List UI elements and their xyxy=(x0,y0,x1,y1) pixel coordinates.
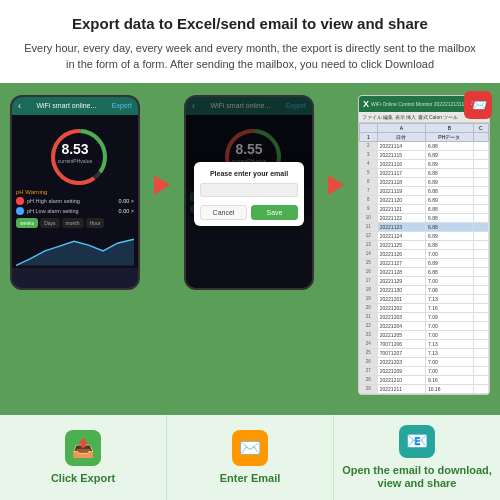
step2-icon: ✉️ xyxy=(232,430,268,466)
excel-cell-date: 20221125 xyxy=(377,240,425,249)
table-row: 22202212047.00 xyxy=(360,321,489,330)
excel-cell-extra xyxy=(473,366,488,375)
excel-row-number: 10 xyxy=(360,213,378,222)
table-row: 28202212109.16 xyxy=(360,375,489,384)
forward-arrow-icon xyxy=(154,175,170,195)
chart-area xyxy=(16,231,134,266)
table-row: 23202212057.00 xyxy=(360,330,489,339)
email-input-field[interactable] xyxy=(200,183,298,197)
excel-cell-date: 20221210 xyxy=(377,375,425,384)
excel-cell-ph: 6.88 xyxy=(425,186,473,195)
step2-card: ✉️ Enter Email xyxy=(167,415,334,500)
excel-cell-ph: 7.00 xyxy=(425,330,473,339)
excel-cell-date: 20221204 xyxy=(377,321,425,330)
excel-cell-date: 20221202 xyxy=(377,303,425,312)
excel-cell-date: 70071207 xyxy=(377,348,425,357)
table-row: 20202212027.16 xyxy=(360,303,489,312)
excel-row-number: 3 xyxy=(360,150,378,159)
dialog-buttons: Cancel Save xyxy=(200,205,298,220)
table-row: 4202211166.89 xyxy=(360,159,489,168)
excel-row-number: 5 xyxy=(360,168,378,177)
main-container: Export data to Excel/send email to view … xyxy=(0,0,500,500)
excel-table: A B C 1 日付 PHデータ 2202211146.883202211156… xyxy=(359,123,489,394)
excel-cell-date: 20221120 xyxy=(377,195,425,204)
excel-cell-date: 20221116 xyxy=(377,159,425,168)
phone1-title: WiFi smart online... xyxy=(36,102,96,109)
excel-cell-date: 20221209 xyxy=(377,366,425,375)
email-icon-badge: 📨 xyxy=(464,91,492,119)
excel-cell-ph: 7.09 xyxy=(425,312,473,321)
phone1-export-btn[interactable]: Export xyxy=(112,102,132,109)
excel-cell-ph: 10.16 xyxy=(425,384,473,393)
excel-cell-ph: 7.16 xyxy=(425,303,473,312)
table-row: 27202212097.00 xyxy=(360,366,489,375)
excel-col-b: B xyxy=(425,123,473,132)
step1-icon: 📤 xyxy=(65,430,101,466)
email-dialog: Please enter your email Cancel Save xyxy=(194,162,304,226)
step2-label: Enter Email xyxy=(220,472,281,485)
excel-cell-extra xyxy=(473,384,488,393)
tab-hour[interactable]: Hour xyxy=(86,218,105,228)
table-row: 3202211156.89 xyxy=(360,150,489,159)
excel-cell-ph: 6.88 xyxy=(425,204,473,213)
main-title: Export data to Excel/send email to view … xyxy=(20,14,480,34)
tab-days[interactable]: Days xyxy=(40,218,59,228)
cancel-button[interactable]: Cancel xyxy=(200,205,247,220)
excel-row-header: 1 xyxy=(360,132,378,141)
excel-colheader-c xyxy=(473,132,488,141)
excel-row-number: 4 xyxy=(360,159,378,168)
excel-mockup: X WiFi Online Control Monitor 2022212131… xyxy=(358,95,490,395)
table-row: 6202211186.89 xyxy=(360,177,489,186)
excel-row-number: 15 xyxy=(360,258,378,267)
excel-cell-extra xyxy=(473,159,488,168)
excel-cell-extra xyxy=(473,276,488,285)
tab-month[interactable]: month xyxy=(62,218,84,228)
excel-cell-date: 20221203 xyxy=(377,357,425,366)
excel-row-number: 9 xyxy=(360,204,378,213)
excel-cell-ph: 7.06 xyxy=(425,285,473,294)
excel-cell-extra xyxy=(473,150,488,159)
excel-cell-date: 20221127 xyxy=(377,258,425,267)
alarm-high-dot xyxy=(16,197,24,205)
excel-cell-date: 20221117 xyxy=(377,168,425,177)
save-button[interactable]: Save xyxy=(251,205,298,220)
tab-weeks[interactable]: weeks xyxy=(16,218,38,228)
excel-row-number: 22 xyxy=(360,321,378,330)
alarm-low-dot xyxy=(16,207,24,215)
excel-cell-ph: 7.13 xyxy=(425,348,473,357)
excel-col-c: C xyxy=(473,123,488,132)
table-row: 8202211206.89 xyxy=(360,195,489,204)
excel-col-a: A xyxy=(377,123,425,132)
excel-cell-date: 70071206 xyxy=(377,339,425,348)
excel-cell-ph: 6.89 xyxy=(425,258,473,267)
excel-cell-extra xyxy=(473,249,488,258)
excel-row-number: 25 xyxy=(360,348,378,357)
table-row: 13202211256.88 xyxy=(360,240,489,249)
phone1-gauge-label: currentPHvalue xyxy=(58,158,92,164)
excel-cell-extra xyxy=(473,213,488,222)
excel-row-number: 21 xyxy=(360,312,378,321)
excel-cell-date: 20221123 xyxy=(377,222,425,231)
excel-cell-extra xyxy=(473,195,488,204)
email-icon: 📨 xyxy=(470,97,487,113)
excel-cell-date: 20221201 xyxy=(377,294,425,303)
alarm-high-row: pH High alarm setting 0.00 > xyxy=(16,197,134,205)
excel-cell-ph: 6.89 xyxy=(425,177,473,186)
excel-row-number: 28 xyxy=(360,375,378,384)
excel-cell-extra xyxy=(473,186,488,195)
excel-cell-ph: 7.00 xyxy=(425,276,473,285)
table-row: 14202211267.00 xyxy=(360,249,489,258)
excel-row-number: 2 xyxy=(360,141,378,150)
excel-cell-date: 20221205 xyxy=(377,330,425,339)
excel-row-number: 26 xyxy=(360,357,378,366)
excel-row-number: 17 xyxy=(360,276,378,285)
excel-row-number: 20 xyxy=(360,303,378,312)
dialog-title: Please enter your email xyxy=(200,170,298,177)
excel-cell-extra xyxy=(473,330,488,339)
excel-row-number: 8 xyxy=(360,195,378,204)
excel-cell-ph: 6.88 xyxy=(425,141,473,150)
phone1-header: ‹ WiFi smart online... Export xyxy=(12,97,138,115)
table-row: 21202212037.09 xyxy=(360,312,489,321)
excel-cell-date: 20221115 xyxy=(377,150,425,159)
excel-cell-date: 20221114 xyxy=(377,141,425,150)
